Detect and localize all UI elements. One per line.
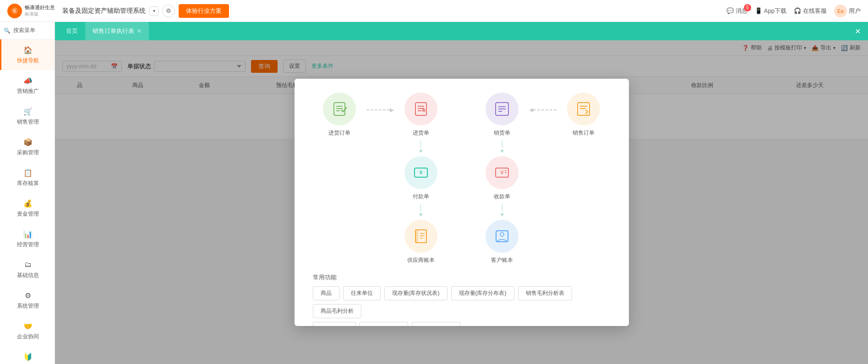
home-tab-label: 首页 — [66, 27, 78, 35]
svg-rect-22 — [415, 230, 418, 243]
func-buttons-row1: 商品 往来单位 现存量(库存状况表) 现存量(库存分布表) 销售毛利分析表 商品… — [313, 286, 611, 318]
sidebar-item-label: 企业协同 — [17, 333, 39, 341]
sidebar-item-label: 营销推广 — [17, 87, 39, 95]
flow-row-top: 进货订单 ▶ 进货单 — [313, 92, 611, 137]
quick-nav-icon: 🏠 — [23, 45, 33, 55]
purchase-bill-label: 进货单 — [413, 129, 429, 137]
sales-icon: 🛒 — [23, 106, 33, 116]
v-connector-2: ▼ — [475, 141, 530, 154]
sales-bill-circle — [486, 92, 519, 125]
system-icon: ⚙ — [23, 290, 33, 300]
sidebar-search[interactable]: 🔍 搜索菜单 — [0, 22, 55, 39]
sidebar-item-label: 系统管理 — [17, 302, 39, 310]
sidebar-item-finance[interactable]: 💰 资金管理 — [0, 193, 55, 223]
app-download-btn[interactable]: 📱 App下载 — [755, 7, 786, 15]
connector-row: ▼ ▼ — [313, 141, 611, 154]
func-btn-sales-gross[interactable]: 销售毛利分析表 — [518, 286, 572, 300]
main-layout: 🔍 搜索菜单 🏠 快捷导航 📣 营销推广 🛒 销售管理 📦 采购管理 📋 库存核… — [0, 22, 868, 364]
sidebar-item-label: 基础信息 — [17, 272, 39, 279]
flow-payment-slip[interactable]: ¥ 付款单 — [394, 156, 448, 201]
sales-order-tab-label: 销售订单执行表 — [93, 27, 134, 35]
sidebar-item-operations[interactable]: 📊 经营管理 — [0, 223, 55, 254]
flow-customer-ledger[interactable]: 客户账本 — [475, 220, 530, 264]
flow-receipt-slip[interactable]: ¥ 收款单 — [475, 156, 530, 201]
sidebar-item-inventory[interactable]: 📋 库存核算 — [0, 162, 55, 193]
trial-button[interactable]: 体验行业方案 — [179, 4, 229, 18]
common-functions-title: 常用功能 — [313, 273, 611, 282]
content-area: 首页 销售订单执行表 ✕ ✕ ❓ 帮助 🖨 按模板打印 — [55, 22, 868, 364]
sidebar-item-label: 资金管理 — [17, 210, 39, 218]
sidebar-item-label: 经营管理 — [17, 241, 39, 249]
sidebar-item-marketing[interactable]: 📣 营销推广 — [0, 70, 55, 101]
customer-ledger-circle — [486, 220, 519, 253]
func-btn-goods-gross[interactable]: 商品毛利分析 — [313, 304, 361, 318]
svg-text:¥: ¥ — [500, 169, 504, 176]
enterprise-icon: 🤝 — [23, 321, 33, 331]
v-connector-4: ▼ — [475, 204, 530, 218]
v-connector-3: ▼ — [394, 204, 448, 218]
sales-bill-label: 销货单 — [494, 129, 510, 137]
tab-home[interactable]: 首页 — [59, 22, 85, 40]
sidebar-item-label: 快捷导航 — [17, 57, 39, 65]
marketing-icon: 📣 — [23, 76, 33, 86]
purchase-order-label: 进货订单 — [328, 129, 350, 137]
flow-row-bottom: 供应商账本 客户账本 — [313, 220, 611, 264]
sidebar-item-label: 采购管理 — [17, 149, 39, 157]
func-btn-partner[interactable]: 往来单位 — [343, 286, 381, 300]
sidebar-item-guide[interactable]: 🔰 新手引导 — [0, 346, 55, 364]
sales-order-label: 销售订单 — [573, 129, 595, 137]
svg-text:¥: ¥ — [419, 169, 422, 176]
online-service-label: 在线客服 — [803, 7, 827, 15]
message-icon: 💬 — [726, 7, 734, 14]
func-btn-goods[interactable]: 商品 — [313, 286, 339, 300]
func-btn-sales-rank[interactable]: 销售排行榜 — [313, 322, 356, 326]
search-label: 搜索菜单 — [13, 27, 35, 34]
flow-purchase-order[interactable]: 进货订单 — [313, 92, 367, 137]
sales-order-circle — [567, 92, 600, 125]
user-area[interactable]: Ea 用户 — [834, 5, 861, 17]
func-btn-payment-stats[interactable]: 付款情况统计 — [412, 322, 460, 326]
sidebar-item-basic-info[interactable]: 🗂 基础信息 — [0, 254, 55, 285]
common-functions: 常用功能 商品 往来单位 现存量(库存状况表) 现存量(库存分布表) 销售毛利分… — [313, 273, 611, 326]
sidebar-item-quick-nav[interactable]: 🏠 快捷导航 — [0, 39, 55, 70]
supplier-ledger-label: 供应商账本 — [407, 256, 435, 264]
top-header: ⑥ 畅康通好生意 标准版 装备及固定资产辅助管理系统 ▾ ⚙ 体验行业方案 💬 … — [0, 0, 868, 22]
sidebar-item-label: 库存核算 — [17, 179, 39, 187]
func-btn-stock-status[interactable]: 现存量(库存状况表) — [384, 286, 448, 300]
tab-bar: 首页 销售订单执行表 ✕ ✕ — [55, 22, 868, 40]
sidebar-item-enterprise[interactable]: 🤝 企业协同 — [0, 315, 55, 346]
tab-sales-order[interactable]: 销售订单执行表 ✕ — [85, 22, 149, 40]
customer-ledger-label: 客户账本 — [491, 256, 513, 264]
modal-overlay[interactable]: 进货订单 ▶ 进货单 — [55, 40, 868, 364]
flow-sales-order[interactable]: 销售订单 — [557, 92, 611, 137]
flow-supplier-ledger[interactable]: 供应商账本 — [394, 220, 448, 264]
v-connector-1: ▼ — [394, 141, 448, 154]
flow-purchase-bill[interactable]: 进货单 — [394, 92, 448, 137]
func-buttons-row2: 销售排行榜 收款情况统计 付款情况统计 — [313, 322, 611, 326]
user-avatar: Ea — [834, 5, 847, 17]
payment-slip-label: 付款单 — [413, 193, 429, 201]
system-dropdown-btn[interactable]: ▾ — [149, 6, 158, 16]
payment-slip-circle: ¥ — [404, 156, 437, 189]
page-content: ❓ 帮助 🖨 按模板打印 ▾ 📤 导出 ▾ 🔄 — [55, 40, 868, 364]
sidebar: 🔍 搜索菜单 🏠 快捷导航 📣 营销推广 🛒 销售管理 📦 采购管理 📋 库存核… — [0, 22, 55, 364]
finance-icon: 💰 — [23, 198, 33, 208]
message-btn[interactable]: 💬 消息 5 — [726, 7, 748, 15]
logo-text: 畅康通好生意 — [25, 4, 55, 11]
tab-bar-close-btn[interactable]: ✕ — [851, 27, 864, 36]
sidebar-item-system[interactable]: ⚙ 系统管理 — [0, 285, 55, 315]
sidebar-item-purchase[interactable]: 📦 采购管理 — [0, 131, 55, 162]
download-icon: 📱 — [755, 7, 762, 14]
online-service-btn[interactable]: 🎧 在线客服 — [794, 7, 827, 15]
func-btn-stock-dist[interactable]: 现存量(库存分布表) — [451, 286, 514, 300]
system-title-area: 装备及固定资产辅助管理系统 ▾ ⚙ 体验行业方案 — [62, 4, 726, 18]
inventory-icon: 📋 — [23, 168, 33, 178]
tab-close-icon[interactable]: ✕ — [137, 28, 142, 34]
flow-sales-bill[interactable]: 销货单 — [475, 92, 530, 137]
func-btn-receipt-stats[interactable]: 收款情况统计 — [360, 322, 408, 326]
service-icon: 🎧 — [794, 7, 801, 14]
sidebar-item-sales[interactable]: 🛒 销售管理 — [0, 101, 55, 131]
app-download-label: App下载 — [764, 7, 786, 15]
settings-icon-btn[interactable]: ⚙ — [162, 5, 175, 17]
search-icon: 🔍 — [4, 27, 11, 34]
